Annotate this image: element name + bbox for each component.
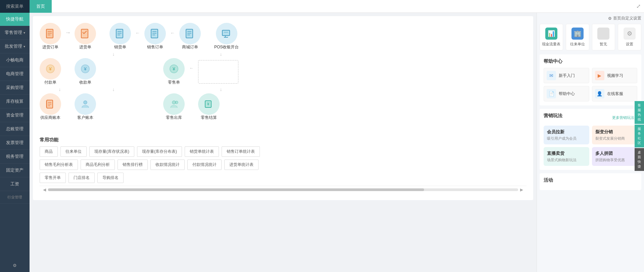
node-purchase[interactable]: 进货单 [75, 23, 96, 50]
btn-payment-stat[interactable]: 付款情况统计 [187, 160, 222, 170]
node-retail-outbound[interactable]: 零售出库 [163, 93, 185, 121]
tab-home[interactable]: 首页 [30, 0, 52, 13]
quick-item-cashflow[interactable]: 📊 现金流量表 [540, 24, 563, 50]
sidebar-nav-quicklink[interactable]: 快捷导航 [0, 13, 30, 26]
svg-rect-17 [186, 29, 193, 38]
sidebar-item-ecommerce-small[interactable]: 小畅电商 [0, 53, 30, 67]
btn-sales-margin[interactable]: 销售毛利分析表 [40, 160, 78, 170]
sidebar-item-purchase[interactable]: 采购管理 [0, 81, 30, 95]
btn-retail-order[interactable]: 零售开单 [40, 173, 66, 183]
btn-product-margin[interactable]: 商品毛利分析 [81, 160, 115, 170]
marketing-item-member[interactable]: 会员拉新 吸引用户成为会员 [544, 126, 589, 144]
node-purchase-order[interactable]: 进货订单 [40, 23, 61, 50]
marketing-item-fission[interactable]: 裂变分销 裂变式发展分销商 [592, 126, 638, 144]
quick-item-empty[interactable]: 暂无 [592, 24, 615, 50]
node-pos[interactable]: POS收银开台 [214, 23, 239, 50]
scroll-bar: ◀ ▶ [40, 186, 526, 193]
home-settings-label: 首页自定义设置 [613, 15, 641, 21]
scroll-track[interactable] [48, 188, 518, 191]
btn-receipt-stat[interactable]: 收款情况统计 [150, 160, 185, 170]
node-sales-order[interactable]: 销售订单 [144, 23, 166, 50]
svg-rect-5 [81, 29, 88, 38]
main-area: 首页 ⤢ 进货订单 → [30, 0, 644, 272]
service-icon: 👤 [595, 89, 604, 98]
sidebar-item-ecommerce[interactable]: 电商管理 [0, 67, 30, 81]
sidebar-item-salary[interactable]: 工资 [0, 177, 30, 191]
flow-row-2: ¥ 付款单 ¥ 收款单 [40, 58, 526, 85]
svg-point-41 [175, 101, 178, 104]
partner-icon: 🏢 [571, 28, 584, 40]
float-btn-community[interactable]: 服务社区 [635, 125, 644, 147]
float-buttons: 客服热线 服务社区 桌面快捷 [635, 101, 644, 171]
node-receipt[interactable]: ¥ 收款单 [75, 58, 96, 85]
sidebar-item-assets[interactable]: 固定资产 [0, 164, 30, 177]
v-arrows-row2: ↓ ↓ ↓ [40, 85, 526, 93]
node-sales[interactable]: 销货单 [109, 23, 131, 50]
flow-row-1: 进货订单 → 进货单 [40, 23, 526, 50]
btn-sales-stat[interactable]: 销货单统计表 [185, 146, 219, 157]
svg-text:¥: ¥ [84, 66, 87, 72]
btn-sales-rank[interactable]: 销售排行榜 [118, 160, 148, 170]
home-settings-bar[interactable]: ⚙ 首页自定义设置 [540, 15, 641, 21]
node-payment[interactable]: ¥ 付款单 [40, 58, 61, 85]
video-icon: ▶ [595, 71, 604, 80]
settings-label: 设置 [626, 42, 633, 47]
svg-text:¥: ¥ [49, 66, 52, 72]
svg-rect-7 [116, 29, 123, 38]
content-area: 进货订单 → 进货单 [30, 13, 644, 272]
help-center-title: 帮助中心 [544, 58, 637, 64]
expand-button[interactable]: ⤢ [633, 3, 644, 9]
marketing-item-live[interactable]: 直播卖货 场景式购物新玩法 [544, 147, 589, 166]
btn-store-rank[interactable]: 门店排名 [68, 173, 95, 183]
sidebar-settings[interactable]: ⚙ [0, 259, 30, 272]
tab-bar: 首页 ⤢ [30, 0, 644, 13]
function-buttons-3: 零售开单 门店排名 导购排名 [40, 173, 526, 183]
quick-item-settings[interactable]: ⚙ 设置 [618, 24, 641, 50]
sidebar-item-retail[interactable]: 零售管理▾ [0, 26, 30, 40]
float-btn-service[interactable]: 客服热线 [635, 101, 644, 124]
btn-partner[interactable]: 往来单位 [60, 146, 87, 157]
right-panel: ⚙ 首页自定义设置 📊 现金流量表 🏢 往来单位 暂无 ⚙ [537, 13, 644, 272]
node-supplier-ledger[interactable]: 供应商账本 [40, 93, 61, 121]
btn-stock-status[interactable]: 现存量(库存状况表) [89, 146, 134, 157]
sidebar-item-invoice[interactable]: 发票管理 [0, 136, 30, 150]
btn-purchase-stat[interactable]: 进货单统计表 [224, 160, 259, 170]
live-title: 直播卖货 [547, 150, 586, 156]
help-item-video[interactable]: ▶ 视频学习 [592, 68, 638, 83]
live-desc: 场景式购物新玩法 [547, 157, 586, 163]
svg-rect-12 [151, 29, 158, 38]
help-center-section: 帮助中心 ✉ 新手入门 ▶ 视频学习 📄 帮助中心 👤 [540, 54, 641, 105]
help-item-beginner[interactable]: ✉ 新手入门 [544, 68, 589, 83]
left-panel: 进货订单 → 进货单 [30, 13, 537, 272]
help-item-service[interactable]: 👤 在线客服 [592, 86, 638, 101]
node-customer-ledger[interactable]: 客户账本 [75, 93, 96, 121]
btn-product[interactable]: 商品 [40, 146, 58, 157]
marketing-item-group[interactable]: 多人拼团 拼团购物享受优惠 [592, 147, 638, 166]
svg-rect-0 [46, 29, 53, 38]
sidebar-item-wholesale[interactable]: 批发管理▾ [0, 40, 30, 53]
sidebar-item-ledger[interactable]: 总账管理 [0, 122, 30, 136]
sidebar-item-finance[interactable]: 资金管理 [0, 108, 30, 122]
sidebar-item-tax[interactable]: 税务管理 [0, 150, 30, 164]
sidebar-search[interactable]: 搜索菜单 [0, 0, 30, 13]
more-marketing-link[interactable]: 更多营销玩法 > [612, 115, 637, 120]
fission-desc: 裂变式发展分销商 [595, 136, 634, 141]
svg-text:¥: ¥ [207, 102, 210, 106]
btn-stock-dist[interactable]: 现存量(库存分布表) [137, 146, 182, 157]
cashflow-icon: 📊 [545, 28, 557, 40]
sidebar: 搜索菜单 快捷导航 零售管理▾ 批发管理▾ 小畅电商 电商管理 采购管理 库存核… [0, 0, 30, 272]
scroll-right[interactable]: ▶ [520, 187, 523, 192]
function-buttons: 商品 往来单位 现存量(库存状况表) 现存量(库存分布表) 销货单统计表 销售订… [40, 146, 526, 157]
quick-item-partner[interactable]: 🏢 往来单位 [566, 24, 589, 50]
beginner-icon: ✉ [547, 71, 556, 80]
sidebar-item-more[interactable]: 行业管理 [0, 191, 30, 204]
node-mall-order[interactable]: 商城订单 [179, 23, 201, 50]
scroll-left[interactable]: ◀ [43, 187, 46, 192]
float-btn-desktop[interactable]: 桌面快捷 [635, 148, 644, 171]
btn-sales-order-stat[interactable]: 销售订单统计表 [222, 146, 260, 157]
node-retail-settlement[interactable]: ¥ 零售结算 [198, 93, 220, 121]
node-retail[interactable]: ¥ 零售单 [163, 58, 185, 85]
btn-guide-rank[interactable]: 导购排名 [97, 173, 124, 183]
sidebar-item-inventory[interactable]: 库存核算 [0, 95, 30, 108]
help-item-help[interactable]: 📄 帮助中心 [544, 86, 589, 101]
